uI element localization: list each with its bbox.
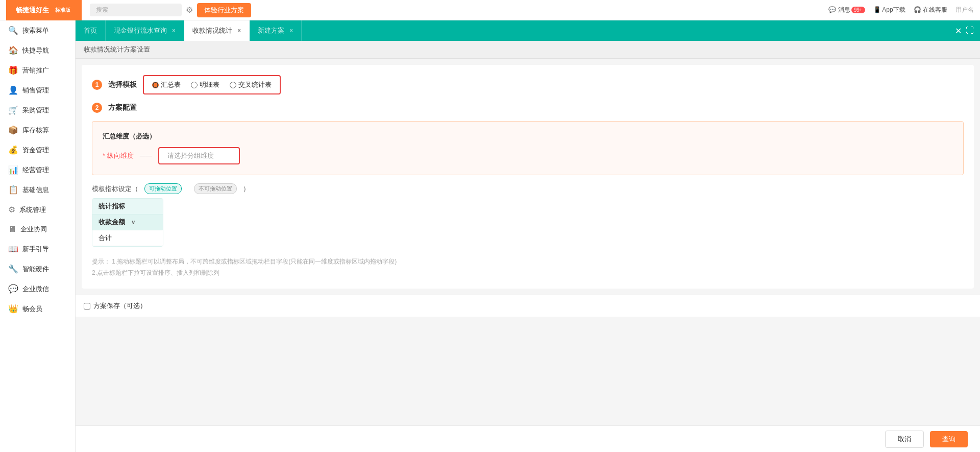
sidebar-item-search-menu[interactable]: 🔍 搜索菜单 [0,20,75,40]
search-placeholder-text: 搜索 [96,6,108,13]
message-badge: 99+ [851,7,865,13]
sidebar-item-smart-hardware[interactable]: 🔧 智能硬件 [0,259,75,279]
sidebar-item-system[interactable]: ⚙ 系统管理 [0,200,75,220]
radio-detail-input[interactable] [191,82,198,88]
step1-number: 1 [92,80,102,90]
tab-controls: ✕ ⛶ [949,26,980,36]
sidebar-item-basic-info[interactable]: 📋 基础信息 [0,180,75,200]
service-icon[interactable]: 🎧 在线客服 [914,6,947,14]
save-plan-label: 方案保存（可选） [93,301,146,311]
sidebar-label-operations: 经营管理 [22,165,49,175]
system-icon: ⚙ [8,205,15,215]
sidebar-item-marketing[interactable]: 🎁 营销推广 [0,60,75,80]
step2-number: 2 [92,103,102,113]
tab-home[interactable]: 首页 [76,20,106,41]
sidebar-item-purchase[interactable]: 🛒 采购管理 [0,100,75,120]
settings-icon[interactable]: ⚙ [186,5,193,15]
sidebar-item-sales[interactable]: 👤 销售管理 [0,80,75,100]
sidebar-label-basic-info: 基础信息 [22,185,49,195]
query-button[interactable]: 查询 [930,431,968,447]
sales-icon: 👤 [8,85,18,95]
page-header: 收款情况统计方案设置 [76,41,980,59]
main-section-card: 1 选择模板 汇总表 明细表 交叉统计表 [82,65,974,289]
radio-cross-label: 交叉统计表 [238,80,272,89]
download-icon[interactable]: 📱 App下载 [873,6,905,14]
cancel-button[interactable]: 取消 [885,431,924,448]
stats-column-header[interactable]: 收款金额 ∨ [92,215,163,230]
user-avatar[interactable]: 用户名 [955,6,974,14]
sidebar-label-marketing: 营销推广 [22,66,49,75]
sidebar-label-newbie: 新手引导 [22,245,49,254]
tab-payment-stats-close[interactable]: × [237,27,241,34]
vertical-dimension-label: * 纵向维度 [103,151,134,160]
content-area: 首页 现金银行流水查询 × 收款情况统计 × 新建方案 × ✕ ⛶ [76,20,980,452]
sidebar-label-system: 系统管理 [19,205,46,215]
main-layout: 🔍 搜索菜单 🏠 快捷导航 🎁 营销推广 👤 销售管理 🛒 采购管理 📦 库存核… [0,20,980,452]
stats-table-header: 统计指标 [92,199,163,215]
brand-logo: 畅捷通好生 标准版 [6,0,82,20]
bottom-section: 方案保存（可选） [76,295,980,317]
radio-summary-input[interactable] [152,82,159,88]
sidebar-label-sales: 销售管理 [22,86,49,95]
tab-cashflow-label: 现金银行流水查询 [114,26,167,35]
newbie-icon: 📖 [8,244,18,254]
sidebar-label-smart-hardware: 智能硬件 [22,265,49,274]
tab-cashflow-close[interactable]: × [172,27,176,34]
brand-tag: 标准版 [53,6,72,14]
sidebar-label-purchase: 采购管理 [22,106,49,115]
footer-bar: 取消 查询 [76,425,980,452]
hint-section: 提示： 1.拖动标题栏可以调整布局，不可跨维度或指标区域拖动栏目字段(只能在同一… [92,256,964,278]
sidebar-item-member[interactable]: 👑 畅会员 [0,299,75,319]
tab-new-plan-close[interactable]: × [289,27,293,34]
enterprise-collab-icon: 🖥 [8,225,16,234]
tab-new-plan-label: 新建方案 [258,26,284,35]
save-plan-checkbox-row[interactable]: 方案保存（可选） [84,301,146,311]
step2-section: 2 方案配置 汇总维度（必选） * 纵向维度 —— 请选择分组维度 [92,103,964,278]
tab-payment-stats[interactable]: 收款情况统计 × [184,20,250,41]
group-dimension-select[interactable]: 请选择分组维度 [158,147,240,164]
tab-close-btn[interactable]: ✕ [955,26,962,36]
step2-row: 2 方案配置 [92,103,964,113]
operations-icon: 📊 [8,165,18,175]
sidebar-label-inventory: 库存核算 [22,126,49,135]
purchase-icon: 🛒 [8,105,18,115]
quick-nav-icon: 🏠 [8,45,18,55]
search-menu-icon: 🔍 [8,26,18,35]
radio-summary-label: 汇总表 [161,80,181,89]
sidebar-label-member: 畅会员 [22,304,42,314]
message-icon[interactable]: 💬 消息99+ [828,6,865,14]
radio-detail-label: 明细表 [200,80,219,89]
dimension-box: 汇总维度（必选） * 纵向维度 —— 请选择分组维度 [92,121,964,175]
non-draggable-tag: 不可拖动位置 [194,183,237,194]
sidebar-item-quick-nav[interactable]: 🏠 快捷导航 [0,40,75,60]
smart-hardware-icon: 🔧 [8,264,18,274]
tab-payment-stats-label: 收款情况统计 [192,26,232,35]
step1-label: 选择模板 [108,80,137,89]
indicators-label-text: 模板指标设定（ [92,184,138,194]
dimension-row: * 纵向维度 —— 请选择分组维度 [103,147,953,164]
step1-row: 1 选择模板 汇总表 明细表 交叉统计表 [92,75,964,94]
arrow-indicator: —— [140,152,152,159]
hint-1: 提示： 1.拖动标题栏可以调整布局，不可跨维度或指标区域拖动栏目字段(只能在同一… [92,256,964,268]
tab-cashflow[interactable]: 现金银行流水查询 × [106,20,184,41]
sidebar-item-inventory[interactable]: 📦 库存核算 [0,120,75,140]
industry-btn[interactable]: 体验行业方案 [197,3,251,17]
save-plan-checkbox[interactable] [84,303,90,310]
radio-cross[interactable]: 交叉统计表 [230,80,272,89]
sidebar-item-operations[interactable]: 📊 经营管理 [0,160,75,180]
search-area: 搜索 [90,4,182,16]
step2-label: 方案配置 [108,103,137,112]
stats-table: 统计指标 收款金额 ∨ 合计 [92,198,163,247]
sidebar-item-enterprise-collab[interactable]: 🖥 企业协同 [0,220,75,239]
radio-cross-input[interactable] [230,82,236,88]
sidebar-item-finance[interactable]: 💰 资金管理 [0,140,75,160]
stats-column-label: 收款金额 [99,218,125,227]
sidebar-item-enterprise-wechat[interactable]: 💬 企业微信 [0,279,75,299]
sidebar-item-newbie[interactable]: 📖 新手引导 [0,239,75,259]
inventory-icon: 📦 [8,125,18,135]
tab-new-plan[interactable]: 新建方案 × [250,20,302,41]
tab-expand-btn[interactable]: ⛶ [966,26,974,35]
radio-summary[interactable]: 汇总表 [152,80,181,89]
sidebar-label-quick-nav: 快捷导航 [22,46,49,55]
radio-detail[interactable]: 明细表 [191,80,219,89]
